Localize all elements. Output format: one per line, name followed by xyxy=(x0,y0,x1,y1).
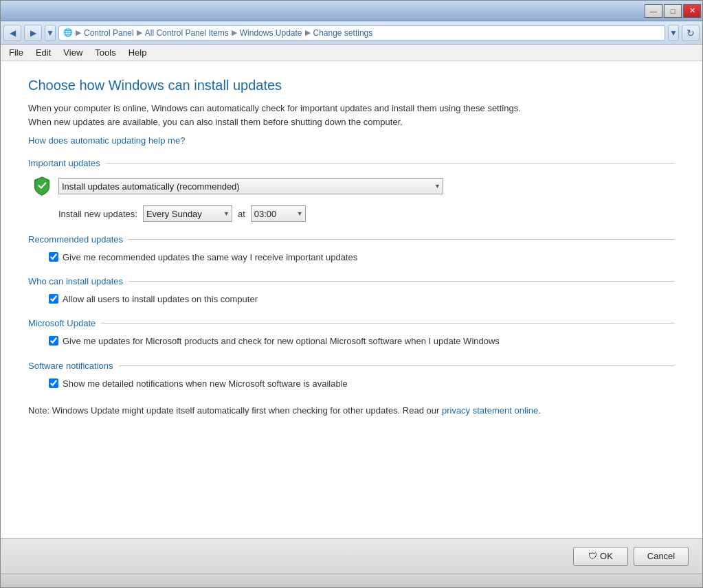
software-notifications-title: Software notifications xyxy=(28,361,113,371)
install-mode-dropdown[interactable]: Install updates automatically (recommend… xyxy=(58,178,443,194)
day-dropdown[interactable]: Every Day Every Sunday Every Monday Ever… xyxy=(143,205,232,222)
note-end: . xyxy=(538,405,541,416)
who-can-install-label: Allow all users to install updates on th… xyxy=(63,293,258,306)
path-windows-update[interactable]: Windows Update xyxy=(240,28,302,38)
important-updates-title: Important updates xyxy=(28,158,100,168)
path-globe-icon: 🌐 xyxy=(63,28,73,37)
note-section: Note: Windows Update might update itself… xyxy=(28,404,544,418)
main-content: Choose how Windows can install updates W… xyxy=(1,61,702,538)
important-updates-divider xyxy=(106,163,675,163)
time-dropdown-wrapper: 00:00 01:00 02:00 03:00 04:00 05:00 06:0… xyxy=(251,205,306,222)
path-change-settings[interactable]: Change settings xyxy=(313,28,373,38)
menu-edit[interactable]: Edit xyxy=(30,46,56,59)
who-can-install-checkbox-row: Allow all users to install updates on th… xyxy=(28,293,675,306)
shield-icon xyxy=(31,175,53,197)
menu-tools[interactable]: Tools xyxy=(89,46,121,59)
who-can-install-divider xyxy=(129,281,675,282)
path-sep1: ▶ xyxy=(76,28,81,37)
recommended-updates-header: Recommended updates xyxy=(28,234,675,245)
microsoft-update-label: Give me updates for Microsoft products a… xyxy=(63,335,500,348)
important-updates-dropdown-row: Install updates automatically (recommend… xyxy=(28,175,675,197)
bottom-bar: 🛡 OK Cancel xyxy=(1,538,702,574)
who-can-install-checkbox[interactable] xyxy=(49,294,58,304)
ok-button[interactable]: 🛡 OK xyxy=(573,547,628,566)
who-can-install-header: Who can install updates xyxy=(28,276,675,286)
install-mode-dropdown-wrapper: Install updates automatically (recommend… xyxy=(58,178,443,194)
ok-label: OK xyxy=(600,551,613,561)
path-sep3: ▶ xyxy=(232,28,237,37)
important-updates-header: Important updates xyxy=(28,158,675,168)
close-button[interactable]: ✕ xyxy=(683,4,701,18)
software-notifications-checkbox-row: Show me detailed notifications when new … xyxy=(28,378,675,390)
microsoft-update-divider xyxy=(101,323,675,324)
status-bar xyxy=(1,574,702,587)
ok-icon: 🛡 xyxy=(588,551,597,561)
menu-bar: File Edit View Tools Help xyxy=(1,45,702,61)
page-title: Choose how Windows can install updates xyxy=(28,78,675,93)
main-window: — □ ✕ ◀ ▶ ▼ 🌐 ▶ Control Panel ▶ All Cont… xyxy=(0,0,703,588)
install-schedule-row: Install new updates: Every Day Every Sun… xyxy=(28,205,675,222)
microsoft-update-checkbox[interactable] xyxy=(49,336,58,346)
software-notifications-label: Show me detailed notifications when new … xyxy=(63,378,348,390)
recommended-updates-checkbox[interactable] xyxy=(49,252,58,262)
path-sep4: ▶ xyxy=(305,28,311,37)
recommended-checkbox-row: Give me recommended updates the same way… xyxy=(28,251,675,264)
page-description: When your computer is online, Windows ca… xyxy=(28,102,544,128)
address-bar: ◀ ▶ ▼ 🌐 ▶ Control Panel ▶ All Control Pa… xyxy=(1,21,702,45)
software-notifications-checkbox[interactable] xyxy=(49,378,58,388)
back-button[interactable]: ◀ xyxy=(3,25,21,41)
window-controls: — □ ✕ xyxy=(645,4,701,18)
menu-view[interactable]: View xyxy=(58,46,88,59)
install-new-updates-label: Install new updates: xyxy=(58,209,137,219)
software-notifications-header: Software notifications xyxy=(28,361,675,371)
address-dropdown-button[interactable]: ▼ xyxy=(668,25,679,41)
time-dropdown[interactable]: 00:00 01:00 02:00 03:00 04:00 05:00 06:0… xyxy=(251,205,306,222)
microsoft-update-section: Microsoft Update Give me updates for Mic… xyxy=(28,318,675,348)
minimize-button[interactable]: — xyxy=(645,4,662,18)
menu-file[interactable]: File xyxy=(3,46,29,59)
important-updates-section: Important updates Install updates automa… xyxy=(28,158,675,222)
day-dropdown-wrapper: Every Day Every Sunday Every Monday Ever… xyxy=(143,205,232,222)
help-link[interactable]: How does automatic updating help me? xyxy=(28,135,185,146)
privacy-link[interactable]: privacy statement online xyxy=(442,405,538,416)
title-bar: — □ ✕ xyxy=(1,1,702,21)
microsoft-update-checkbox-row: Give me updates for Microsoft products a… xyxy=(28,335,675,348)
nav-dropdown-button[interactable]: ▼ xyxy=(45,25,56,41)
forward-button[interactable]: ▶ xyxy=(24,25,42,41)
menu-help[interactable]: Help xyxy=(123,46,153,59)
refresh-button[interactable]: ↻ xyxy=(682,25,700,41)
microsoft-update-title: Microsoft Update xyxy=(28,318,96,328)
who-can-install-title: Who can install updates xyxy=(28,276,123,286)
software-notifications-divider xyxy=(119,365,675,366)
recommended-updates-label: Give me recommended updates the same way… xyxy=(63,251,357,264)
recommended-updates-divider xyxy=(129,239,675,240)
at-label: at xyxy=(238,209,245,219)
maximize-button[interactable]: □ xyxy=(664,4,682,18)
path-control-panel[interactable]: Control Panel xyxy=(84,28,134,38)
who-can-install-section: Who can install updates Allow all users … xyxy=(28,276,675,306)
software-notifications-section: Software notifications Show me detailed … xyxy=(28,361,675,390)
address-path: 🌐 ▶ Control Panel ▶ All Control Panel It… xyxy=(58,25,665,41)
note-text: Note: Windows Update might update itself… xyxy=(28,405,439,416)
recommended-updates-section: Recommended updates Give me recommended … xyxy=(28,234,675,264)
path-sep2: ▶ xyxy=(137,28,142,37)
path-all-items[interactable]: All Control Panel Items xyxy=(145,28,229,38)
microsoft-update-header: Microsoft Update xyxy=(28,318,675,328)
cancel-button[interactable]: Cancel xyxy=(634,547,689,566)
recommended-updates-title: Recommended updates xyxy=(28,234,123,245)
